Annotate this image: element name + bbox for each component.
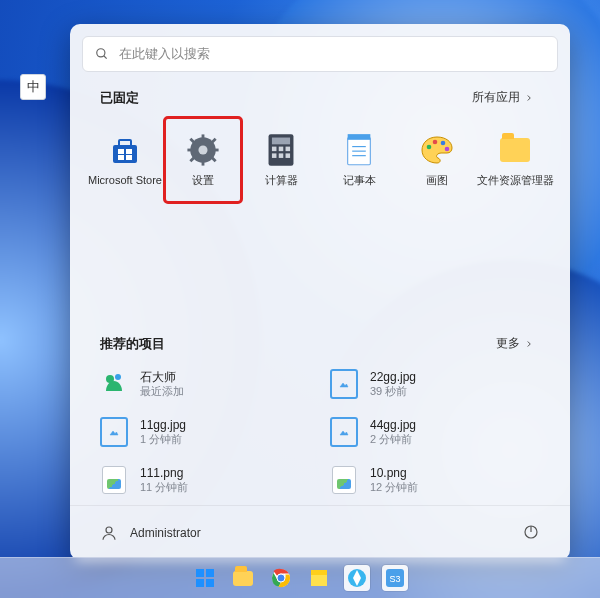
recommended-item[interactable]: 石大师最近添加 <box>100 365 310 403</box>
app-icon <box>100 370 128 398</box>
svg-rect-6 <box>118 155 124 160</box>
taskbar-app-s3[interactable]: S3 <box>382 565 408 591</box>
svg-rect-20 <box>272 146 277 151</box>
svg-point-34 <box>445 146 450 151</box>
svg-rect-23 <box>272 153 277 158</box>
svg-rect-2 <box>113 145 137 163</box>
taskbar-start-button[interactable] <box>192 565 218 591</box>
image-file-icon <box>330 370 358 398</box>
svg-point-35 <box>106 375 114 383</box>
png-file-icon <box>330 466 358 494</box>
svg-rect-4 <box>118 149 124 154</box>
svg-point-31 <box>427 144 432 149</box>
svg-rect-12 <box>187 148 193 151</box>
svg-rect-24 <box>279 153 284 158</box>
svg-point-0 <box>97 49 105 57</box>
svg-point-36 <box>115 374 121 380</box>
svg-rect-45 <box>196 579 204 587</box>
svg-rect-19 <box>272 137 290 144</box>
svg-rect-7 <box>126 155 132 160</box>
recommended-item[interactable]: 44gg.jpg2 分钟前 <box>330 413 540 451</box>
pinned-app-paint[interactable]: 画图 <box>398 117 476 203</box>
svg-marker-37 <box>340 383 348 387</box>
calculator-icon <box>264 133 298 167</box>
svg-rect-43 <box>196 569 204 577</box>
svg-marker-39 <box>340 431 348 435</box>
pinned-app-settings[interactable]: 设置 <box>164 117 242 203</box>
pinned-app-microsoft-store[interactable]: Microsoft Store <box>86 117 164 203</box>
svg-rect-13 <box>213 148 219 151</box>
svg-point-40 <box>106 527 112 533</box>
image-file-icon <box>330 418 358 446</box>
svg-rect-44 <box>206 569 214 577</box>
svg-marker-38 <box>110 431 118 435</box>
taskbar-chrome[interactable] <box>268 565 294 591</box>
palette-icon <box>420 133 454 167</box>
recommended-item[interactable]: 22gg.jpg39 秒前 <box>330 365 540 403</box>
recommended-item[interactable]: 11gg.jpg1 分钟前 <box>100 413 310 451</box>
folder-icon <box>498 133 532 167</box>
taskbar-browser[interactable] <box>344 565 370 591</box>
chevron-right-icon <box>524 93 534 103</box>
pinned-app-notepad[interactable]: 记事本 <box>320 117 398 203</box>
taskbar-sticky-notes[interactable] <box>306 565 332 591</box>
search-box[interactable]: 在此键入以搜索 <box>82 36 558 72</box>
svg-rect-27 <box>348 134 371 140</box>
svg-rect-51 <box>311 570 327 575</box>
start-menu: 在此键入以搜索 已固定 所有应用 Microsoft Store 设置 <box>70 24 570 560</box>
recommended-heading: 推荐的项目 <box>100 335 165 353</box>
search-icon <box>95 47 109 61</box>
taskbar-explorer[interactable] <box>230 565 256 591</box>
svg-point-9 <box>198 145 207 154</box>
svg-rect-46 <box>206 579 214 587</box>
svg-rect-5 <box>126 149 132 154</box>
recommended-item[interactable]: 111.png11 分钟前 <box>100 461 310 499</box>
recommended-item[interactable]: 10.png12 分钟前 <box>330 461 540 499</box>
image-file-icon <box>100 418 128 446</box>
pinned-heading: 已固定 <box>100 89 139 107</box>
svg-text:S3: S3 <box>389 574 400 584</box>
user-icon <box>100 524 118 542</box>
png-file-icon <box>100 466 128 494</box>
svg-line-1 <box>104 56 107 59</box>
all-apps-button[interactable]: 所有应用 <box>466 88 540 107</box>
svg-rect-22 <box>286 146 291 151</box>
pinned-app-calculator[interactable]: 计算器 <box>242 117 320 203</box>
search-placeholder: 在此键入以搜索 <box>119 45 210 63</box>
svg-rect-10 <box>202 134 205 140</box>
user-account-button[interactable]: Administrator <box>100 524 201 542</box>
power-button[interactable] <box>522 523 540 544</box>
more-button[interactable]: 更多 <box>490 334 540 353</box>
notepad-icon <box>342 133 376 167</box>
power-icon <box>522 523 540 541</box>
svg-rect-11 <box>202 159 205 165</box>
pinned-app-file-explorer[interactable]: 文件资源管理器 <box>476 117 554 203</box>
ime-indicator[interactable]: 中 <box>20 74 46 100</box>
taskbar: S3 <box>0 557 600 598</box>
svg-rect-3 <box>119 140 131 146</box>
svg-point-33 <box>441 140 446 145</box>
gear-icon <box>186 133 220 167</box>
chevron-right-icon <box>524 339 534 349</box>
svg-rect-25 <box>286 153 291 158</box>
store-icon <box>108 134 142 168</box>
svg-point-32 <box>433 139 438 144</box>
svg-rect-21 <box>279 146 284 151</box>
user-name: Administrator <box>130 526 201 540</box>
